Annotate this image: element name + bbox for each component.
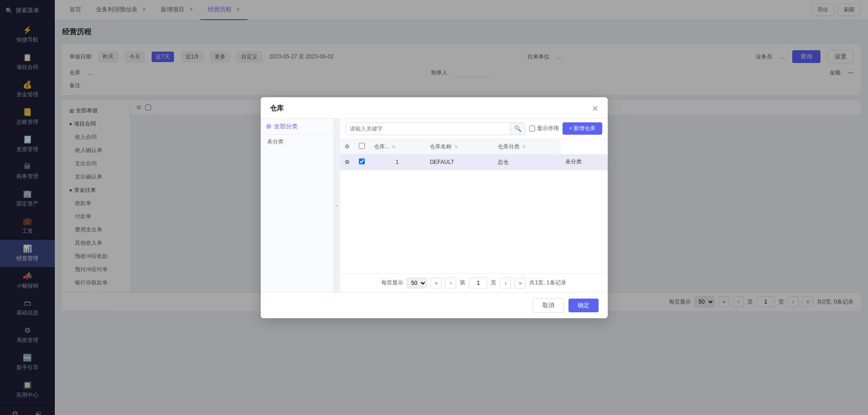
th-gear: ⚙ [340,139,354,155]
th-name: 仓库名称 ⇅ [425,139,493,155]
add-warehouse-button[interactable]: + 新增仓库 [563,122,602,135]
row-checkbox[interactable] [359,158,365,164]
confirm-button[interactable]: 确定 [568,299,599,312]
search-input-wrapper: 🔍 [346,122,526,135]
modal-toolbar: 🔍 显示停用 + 新增仓库 [340,119,608,139]
th-category: 仓库分类 ⇅ [493,139,561,155]
modal-total-info: 共1页, 1条记录 [529,279,566,287]
show-disabled-wrapper: 显示停用 [529,125,559,132]
modal-left-panel: ⊞ 全部分类 未分类 [261,119,334,292]
modal-page-of-label: 页 [491,279,496,287]
modal-table-wrap: ⚙ 仓库... ⇅ 仓库名称 ⇅ 仓库分类 [340,139,608,273]
th-check [354,139,369,155]
table-header-row: ⚙ 仓库... ⇅ 仓库名称 ⇅ 仓库分类 [340,139,608,155]
modal-close-icon[interactable]: ✕ [592,104,599,114]
row-name: 总仓 [493,154,561,170]
modal-right-panel: 🔍 显示停用 + 新增仓库 ⚙ 仓 [340,119,608,292]
modal-category-unclassified[interactable]: 未分类 [261,135,333,149]
modal-body: ⊞ 全部分类 未分类 ‹ 🔍 显示 [261,119,608,292]
warehouse-search-input[interactable] [346,126,510,132]
modal-first-page-btn[interactable]: « [431,278,442,289]
row-gear: ⚙ [340,154,354,170]
modal-header: 仓库 ✕ [261,97,608,119]
modal-left-header[interactable]: ⊞ 全部分类 [261,119,333,135]
sort-code-icon: ⇅ [392,144,395,149]
warehouse-modal: 仓库 ✕ ⊞ 全部分类 未分类 ‹ 🔍 [261,97,608,318]
modal-per-page-label: 每页显示 [381,279,403,287]
modal-next-page-btn[interactable]: › [500,278,511,289]
table-row[interactable]: ⚙ 1 DEFAULT 总仓 未分类 [340,154,608,170]
modal-page-input[interactable] [469,278,487,289]
sort-name-icon: ⇅ [454,144,458,149]
show-disabled-label: 显示停用 [537,125,559,132]
modal-page-label: 第 [460,279,465,287]
modal-footer: 取消 确定 [261,292,608,318]
show-disabled-checkbox[interactable] [529,126,535,131]
collapse-panel-btn[interactable]: ‹ [334,119,340,292]
modal-last-page-btn[interactable]: » [515,278,526,289]
search-btn[interactable]: 🔍 [510,123,525,135]
row-code: DEFAULT [425,154,493,170]
grid-icon-modal: ⊞ [266,123,271,130]
collapse-icon: ‹ [336,203,338,208]
row-num: 1 [369,154,426,170]
th-code: 仓库... ⇅ [369,139,426,155]
modal-pagination: 每页显示 50 « ‹ 第 页 › » 共1页, 1条记录 [340,273,608,292]
warehouse-table: ⚙ 仓库... ⇅ 仓库名称 ⇅ 仓库分类 [340,139,608,170]
row-check [354,154,369,170]
modal-prev-page-btn[interactable]: ‹ [445,278,456,289]
modal-per-page-select[interactable]: 50 [407,278,427,289]
select-all-modal-checkbox[interactable] [359,143,365,149]
sort-category-icon: ⇅ [522,144,526,149]
row-category: 未分类 [561,154,607,170]
search-icon-modal: 🔍 [514,125,521,132]
cancel-button[interactable]: 取消 [533,298,564,313]
modal-title: 仓库 [270,104,284,113]
